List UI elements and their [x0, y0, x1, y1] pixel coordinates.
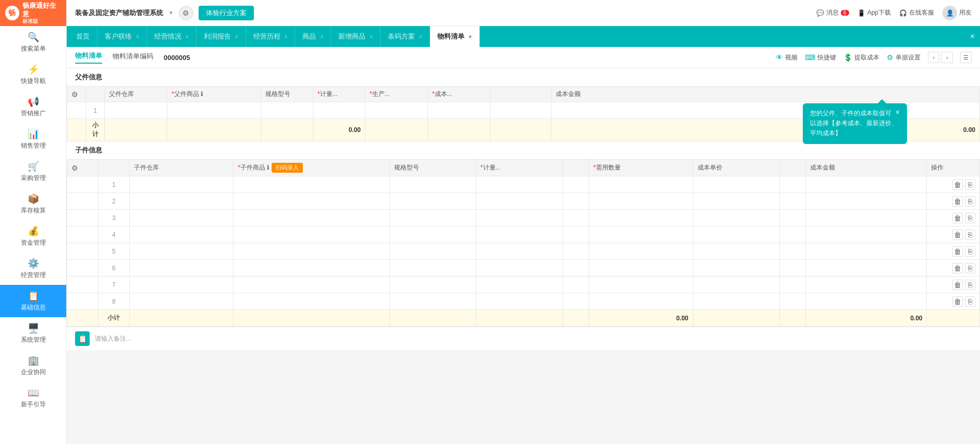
copy-icon[interactable]: ⎘: [965, 213, 975, 223]
copy-icon[interactable]: ⎘: [965, 280, 975, 290]
child-row-unit[interactable]: [476, 277, 562, 293]
tab-operations-close[interactable]: ×: [186, 34, 189, 40]
child-row-warehouse[interactable]: [129, 193, 234, 210]
delete-icon[interactable]: 🗑: [952, 179, 963, 190]
child-row-warehouse[interactable]: [129, 176, 234, 193]
child-row-spec[interactable]: [389, 277, 476, 293]
child-row-needed-qty[interactable]: [589, 176, 693, 193]
child-row-unit[interactable]: [476, 193, 562, 210]
copy-icon[interactable]: ⎘: [965, 263, 975, 273]
settings-button[interactable]: ⚙: [179, 6, 193, 20]
sidebar-item-sales[interactable]: 📊 销售管理: [0, 123, 66, 155]
app-download-button[interactable]: 📱 App下载: [858, 8, 891, 17]
sidebar-item-purchase[interactable]: 🛒 采购管理: [0, 155, 66, 188]
sidebar-item-operations[interactable]: ⚙️ 经营管理: [0, 253, 66, 285]
sidebar-item-finance[interactable]: 💰 资金管理: [0, 220, 66, 253]
copy-icon[interactable]: ⎘: [965, 196, 975, 207]
child-row-warehouse[interactable]: [129, 243, 234, 260]
user-profile[interactable]: 👤 用友: [942, 6, 972, 20]
tab-new-goods-close[interactable]: ×: [370, 34, 373, 40]
copy-icon[interactable]: ⎘: [965, 179, 975, 190]
child-row-needed-qty[interactable]: [589, 210, 693, 226]
child-row-spec[interactable]: [389, 293, 476, 310]
subtab-bom-list[interactable]: 物料清单: [75, 51, 102, 64]
parent-settings-icon[interactable]: ⚙: [71, 90, 78, 99]
child-row-warehouse[interactable]: [129, 293, 234, 310]
shortcut-action[interactable]: ⌨ 快捷键: [805, 53, 836, 62]
delete-icon[interactable]: 🗑: [952, 263, 963, 273]
tab-bom[interactable]: 物料清单 ×: [430, 26, 480, 47]
child-row-needed-qty[interactable]: [589, 243, 693, 260]
single-settings-action[interactable]: ⚙ 单据设置: [887, 53, 921, 62]
tab-profit[interactable]: 利润报告 ×: [197, 26, 246, 47]
tab-customer[interactable]: 客户联络 ×: [97, 26, 147, 47]
child-row-unit[interactable]: [476, 260, 562, 277]
child-row-warehouse[interactable]: [129, 260, 234, 277]
sidebar-item-marketing[interactable]: 📢 营销推广: [0, 91, 66, 123]
tab-home[interactable]: 首页: [69, 26, 97, 47]
sidebar-item-inventory[interactable]: 📦 库存核算: [0, 188, 66, 220]
child-row-needed-qty[interactable]: [589, 277, 693, 293]
copy-icon[interactable]: ⎘: [965, 296, 975, 307]
parent-row-unit[interactable]: [313, 102, 365, 119]
sidebar-item-quick-nav[interactable]: ⚡ 快捷导航: [0, 58, 66, 91]
delete-icon[interactable]: 🗑: [952, 246, 963, 257]
child-row-unit[interactable]: [476, 243, 562, 260]
notes-placeholder[interactable]: 请输入备注...: [95, 334, 131, 343]
child-row-needed-qty[interactable]: [589, 293, 693, 310]
sidebar-item-enterprise[interactable]: 🏢 企业协同: [0, 350, 66, 382]
parent-row-goods[interactable]: [167, 102, 261, 119]
child-row-unit[interactable]: [476, 226, 562, 243]
child-row-unit-cost[interactable]: [693, 176, 779, 193]
child-row-unit[interactable]: [476, 176, 562, 193]
child-row-goods[interactable]: [234, 176, 389, 193]
list-view-button[interactable]: ☰: [960, 52, 972, 63]
parent-row-production[interactable]: [365, 102, 428, 119]
delete-icon[interactable]: 🗑: [952, 213, 963, 223]
child-row-warehouse[interactable]: [129, 226, 234, 243]
online-service-button[interactable]: 🎧 在线客服: [899, 8, 934, 17]
child-row-needed-qty[interactable]: [589, 193, 693, 210]
tab-profit-close[interactable]: ×: [235, 34, 238, 40]
next-arrow[interactable]: ›: [941, 52, 953, 63]
close-all-tabs-button[interactable]: ×: [965, 26, 980, 47]
child-row-goods[interactable]: [234, 226, 389, 243]
delete-icon[interactable]: 🗑: [952, 280, 963, 290]
sidebar-item-system[interactable]: 🖥️ 系统管理: [0, 317, 66, 350]
tab-bom-close[interactable]: ×: [469, 34, 472, 40]
delete-icon[interactable]: 🗑: [952, 230, 963, 240]
sidebar-item-search[interactable]: 🔍 搜索菜单: [0, 26, 66, 58]
child-row-spec[interactable]: [389, 210, 476, 226]
chevron-down-icon[interactable]: ▼: [168, 10, 174, 16]
parent-row-warehouse[interactable]: [105, 102, 167, 119]
sidebar-item-basic-info[interactable]: 📋 基础信息: [0, 285, 66, 317]
child-row-unit-cost[interactable]: [693, 226, 779, 243]
child-row-unit[interactable]: [476, 210, 562, 226]
view-action[interactable]: 👁 视频: [776, 53, 798, 62]
child-row-spec[interactable]: [389, 260, 476, 277]
tab-barcode-close[interactable]: ×: [419, 34, 422, 40]
tooltip-close-button[interactable]: ×: [896, 109, 900, 116]
delete-icon[interactable]: 🗑: [952, 296, 963, 307]
delete-icon[interactable]: 🗑: [952, 196, 963, 207]
child-row-unit-cost[interactable]: [693, 210, 779, 226]
child-row-goods[interactable]: [234, 193, 389, 210]
child-row-needed-qty[interactable]: [589, 260, 693, 277]
prev-arrow[interactable]: ‹: [928, 52, 939, 63]
child-row-needed-qty[interactable]: [589, 226, 693, 243]
parent-row-spec[interactable]: [261, 102, 313, 119]
tab-history[interactable]: 经营历程 ×: [246, 26, 296, 47]
message-button[interactable]: 💬 消息 6: [816, 8, 849, 17]
sidebar-item-guide[interactable]: 📖 新手引导: [0, 382, 66, 414]
child-row-warehouse[interactable]: [129, 210, 234, 226]
child-row-spec[interactable]: [389, 243, 476, 260]
tab-new-goods[interactable]: 新增商品 ×: [331, 26, 381, 47]
child-settings-icon[interactable]: ⚙: [71, 164, 78, 172]
child-row-goods[interactable]: [234, 293, 389, 310]
child-row-unit[interactable]: [476, 293, 562, 310]
tab-customer-close[interactable]: ×: [136, 34, 139, 40]
child-row-unit-cost[interactable]: [693, 193, 779, 210]
tab-operations[interactable]: 经营情况 ×: [147, 26, 197, 47]
tab-goods-close[interactable]: ×: [320, 34, 323, 40]
child-row-goods[interactable]: [234, 260, 389, 277]
